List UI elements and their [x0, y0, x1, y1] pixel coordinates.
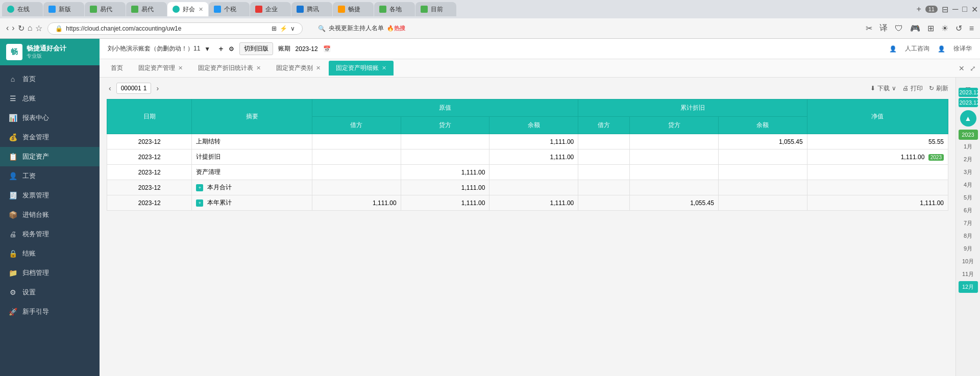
tab-home[interactable]: 首页	[104, 61, 130, 76]
browser-tab-t1[interactable]: 在线	[2, 2, 43, 16]
company-info: 刘小艳演示账套（勿删勿动！）11 ▼	[108, 44, 210, 53]
maximize-button[interactable]: □	[962, 5, 967, 14]
period-month-4[interactable]: 4月	[959, 179, 978, 191]
inventory-icon: 📦	[8, 211, 17, 219]
browser-tab-t9[interactable]: 畅捷	[333, 2, 374, 16]
company-settings-button[interactable]: ⚙	[229, 45, 234, 53]
home-button[interactable]: ⌂	[28, 23, 33, 33]
sidebar-item-payroll[interactable]: 👤 工资	[0, 166, 100, 186]
sidebar-item-tax[interactable]: 🖨 税务管理	[0, 224, 100, 244]
header-original-value: 原值	[312, 99, 578, 117]
period-month-9[interactable]: 9月	[959, 243, 978, 255]
sidebar-item-home[interactable]: ⌂ 首页	[0, 69, 100, 89]
switch-version-button[interactable]: 切到旧版	[239, 42, 273, 55]
browser-tab-t7[interactable]: 企业	[250, 2, 291, 16]
add-company-button[interactable]: +	[218, 44, 223, 54]
tab-depreciation-stats[interactable]: 固定资产折旧统计表 ✕	[191, 61, 268, 76]
browser-tab-t11[interactable]: 目前	[415, 2, 456, 16]
tab-depreciation-stats-close[interactable]: ✕	[256, 65, 261, 71]
address-input[interactable]: 🔒 https://cloud.chanjet.com/accounting/u…	[47, 22, 303, 35]
sidebar-item-inventory[interactable]: 📦 进销台账	[0, 205, 100, 224]
sidebar-item-archive[interactable]: 📁 归档管理	[0, 263, 100, 283]
browser-tab-t2[interactable]: 新版	[43, 2, 84, 16]
ssl-icon: 🔒	[55, 25, 63, 32]
tab-asset-category[interactable]: 固定资产类别 ✕	[269, 61, 328, 76]
tab-asset-category-close[interactable]: ✕	[316, 65, 321, 71]
sidebar-item-fixed-assets[interactable]: 📋 固定资产	[0, 147, 100, 166]
user-label[interactable]: 徐译华	[953, 44, 972, 53]
tab-fixed-assets-mgmt[interactable]: 固定资产管理 ✕	[131, 61, 190, 76]
period-date-2[interactable]: 2023.12	[959, 98, 978, 107]
browser-tab-t10[interactable]: 各地	[374, 2, 415, 16]
close-window-button[interactable]: ✕	[971, 5, 978, 14]
scissors-icon[interactable]: ✂	[866, 23, 872, 33]
game-icon[interactable]: 🎮	[910, 23, 920, 33]
sidebar-item-invoice[interactable]: 🧾 发票管理	[0, 186, 100, 205]
prev-page-button[interactable]: ‹	[107, 83, 113, 93]
period-value: 2023-12	[296, 45, 318, 53]
period-month-2[interactable]: 2月	[959, 154, 978, 165]
sidebar-item-closing[interactable]: 🔒 结账	[0, 244, 100, 263]
browser-tab-t5[interactable]: 好会 ✕	[167, 2, 208, 16]
period-date-1[interactable]: 2023.12	[959, 88, 978, 97]
period-month-2023[interactable]: 2023	[959, 130, 978, 140]
translate-icon[interactable]: 译	[879, 23, 888, 34]
minimize-button[interactable]: ─	[952, 5, 958, 14]
download-button[interactable]: ⬇ 下载 ∨	[870, 84, 896, 93]
row-orig-balance-2	[489, 165, 578, 180]
undo-icon[interactable]: ↺	[955, 23, 962, 33]
period-month-12[interactable]: 12月	[959, 281, 978, 293]
period-month-11[interactable]: 11月	[959, 268, 978, 280]
menu-icon[interactable]: ≡	[969, 24, 974, 33]
reload-button[interactable]: ↻	[18, 23, 24, 33]
back-button[interactable]: ‹	[6, 23, 9, 33]
grid-icon[interactable]: ⊞	[927, 23, 934, 33]
row-orig-credit-4: 1,111.00	[401, 195, 489, 211]
period-month-8[interactable]: 8月	[959, 230, 978, 242]
support-label[interactable]: 人工咨询	[905, 44, 929, 53]
brightness-icon[interactable]: ☀	[941, 23, 948, 33]
period-month-10[interactable]: 10月	[959, 256, 978, 267]
row-acc-debit-0	[578, 134, 630, 149]
refresh-button[interactable]: ↻ 刷新	[929, 84, 948, 93]
fullscreen-button[interactable]: ⤢	[970, 64, 976, 72]
tab-fixed-assets-mgmt-close[interactable]: ✕	[178, 65, 183, 71]
close-tab-button[interactable]: ✕	[959, 64, 965, 72]
tab-label-t6: 个税	[224, 5, 236, 14]
shield-icon[interactable]: 🛡	[895, 24, 903, 33]
hot-search-label[interactable]: 🔥热搜	[387, 24, 405, 32]
calendar-icon[interactable]: 📅	[323, 45, 331, 53]
period-month-1[interactable]: 1月	[959, 141, 978, 153]
tab-asset-ledger-close[interactable]: ✕	[382, 65, 386, 71]
period-month-5[interactable]: 5月	[959, 192, 978, 204]
forward-button[interactable]: ›	[12, 23, 14, 33]
period-month-7[interactable]: 7月	[959, 217, 978, 229]
tab-list-button[interactable]: ⊟	[942, 5, 948, 14]
refresh-icon: ↻	[929, 85, 934, 92]
sidebar-item-settings[interactable]: ⚙ 设置	[0, 283, 100, 302]
next-page-button[interactable]: ›	[154, 83, 161, 93]
tab-close-t5[interactable]: ✕	[199, 6, 203, 13]
period-month-3[interactable]: 3月	[959, 166, 978, 178]
bookmark-button[interactable]: ☆	[35, 23, 42, 33]
address-lightning[interactable]: ⚡	[280, 25, 287, 32]
address-dropdown[interactable]: ⊞	[272, 25, 277, 32]
print-button[interactable]: 🖨 打印	[902, 84, 923, 93]
tab-label-t4: 易代	[141, 5, 154, 14]
tab-asset-ledger[interactable]: 固定资产明细账 ✕	[329, 61, 394, 76]
sidebar-item-guide[interactable]: 🚀 新手引导	[0, 302, 100, 321]
period-month-6[interactable]: 6月	[959, 205, 978, 216]
address-chevron[interactable]: ∨	[290, 25, 295, 32]
browser-tab-t3[interactable]: 易代	[85, 2, 126, 16]
browser-tab-t6[interactable]: 个税	[209, 2, 250, 16]
sidebar-item-reports[interactable]: 📊 报表中心	[0, 108, 100, 128]
company-dropdown[interactable]: ▼	[204, 45, 210, 53]
sidebar-item-funds[interactable]: 💰 资金管理	[0, 128, 100, 147]
browser-tab-t4[interactable]: 易代	[126, 2, 167, 16]
sidebar-item-ledger[interactable]: ☰ 总账	[0, 89, 100, 108]
new-tab-button[interactable]: +	[916, 5, 921, 14]
row-orig-debit-2	[312, 165, 401, 180]
browser-tab-t8[interactable]: 腾讯	[291, 2, 332, 16]
home-icon: ⌂	[8, 75, 17, 83]
scroll-top-button[interactable]: ▲	[960, 110, 976, 127]
